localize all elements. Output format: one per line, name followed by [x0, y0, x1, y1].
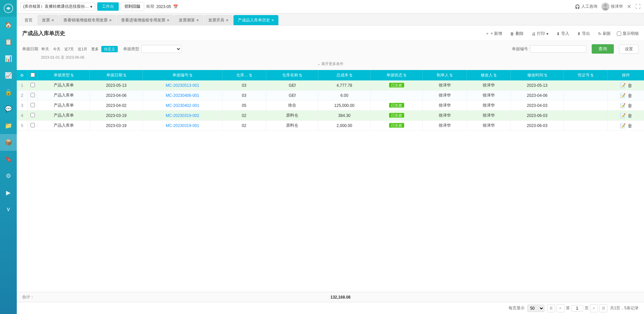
show-detail-toggle[interactable]: 显示明细 [617, 31, 639, 37]
export-button[interactable]: ⬆ 导出 [575, 29, 592, 38]
row-edit-icon-3[interactable]: 📝 [620, 113, 626, 118]
col-docnum-header[interactable]: 单据编号⇅ [143, 70, 222, 80]
sidebar-item-home[interactable]: 🏠 [0, 17, 17, 34]
row-docnum-2[interactable]: MC-20230402-001 [143, 101, 222, 111]
row-delete-icon-3[interactable]: 🗑 [628, 113, 632, 118]
next-page-btn[interactable]: ＞ [590, 304, 598, 312]
yesterday-btn[interactable]: 昨天 [40, 46, 50, 52]
row-checkbox-1[interactable] [28, 90, 38, 101]
new-button[interactable]: ＋ + 新增 [483, 29, 504, 38]
company-selector[interactable]: (库存核算）直播轻燃通信息技股份… ▾ [20, 3, 95, 10]
row-checkbox-4[interactable] [28, 121, 38, 131]
sidebar-item-v[interactable]: V [0, 201, 17, 218]
today-btn[interactable]: 今天 [52, 46, 62, 52]
tab-invoice-open[interactable]: 发票开具 ✕ [204, 15, 233, 25]
col-warehouse-name-header[interactable]: 仓库名称⇅ [266, 70, 318, 80]
per-page-select[interactable]: 50 100 [527, 305, 544, 312]
tab-invoice-close[interactable]: ✕ [51, 18, 54, 22]
row-select-1[interactable] [31, 93, 35, 97]
user-service-btn[interactable]: 🎧 人工咨询 [575, 4, 597, 9]
col-total-cost-header[interactable]: 总成本⇅ [318, 70, 371, 80]
set-button[interactable]: 设置 [619, 45, 639, 54]
row-docnum-1[interactable]: MC-20230406-001 [143, 90, 222, 101]
last7-btn[interactable]: 近7天 [63, 46, 75, 52]
col-warehouse-code-header[interactable]: 仓库…⇅ [222, 70, 266, 80]
row-voucher-3 [564, 111, 608, 121]
window-minimize-icon[interactable]: ✕ [627, 3, 631, 10]
tab-purchase-vat-close[interactable]: ✕ [167, 18, 169, 22]
col-settings-header[interactable]: ⚙ [17, 70, 28, 80]
calendar-icon[interactable]: 📅 [173, 4, 178, 9]
new-icon: ＋ [485, 31, 489, 37]
workbench-button[interactable]: 工作台 [97, 2, 119, 11]
row-docnum-0[interactable]: MC-20230513-001 [143, 80, 222, 90]
row-edit-icon-1[interactable]: 📝 [620, 93, 626, 98]
sidebar-item-security[interactable]: 🔒 [0, 84, 17, 101]
user-service-label: 人工咨询 [581, 4, 597, 9]
last-month-btn[interactable]: 近1月 [76, 46, 89, 52]
more-btn[interactable]: 更多 [90, 46, 100, 52]
col-modify-time-header[interactable]: 修改时间⇅ [511, 70, 564, 80]
row-delete-icon-1[interactable]: 🗑 [628, 93, 632, 98]
tab-sales-vat-close[interactable]: ✕ [109, 18, 112, 22]
window-maximize-icon[interactable]: ⛶ [635, 4, 641, 10]
row-edit-icon-4[interactable]: 📝 [620, 123, 626, 128]
query-button[interactable]: 查询 [592, 44, 614, 54]
row-docnum-3[interactable]: MC-20230319-002 [143, 111, 222, 121]
custom-date-btn[interactable]: 自定义 [101, 46, 118, 52]
tab-purchase-vat[interactable]: 查看进项增值税专用发票 ✕ [117, 15, 174, 25]
sidebar-item-play[interactable]: ▶ [0, 184, 17, 201]
tab-invoice-calc-close[interactable]: ✕ [196, 18, 199, 22]
row-select-0[interactable] [31, 83, 35, 87]
show-detail-checkbox[interactable] [617, 32, 621, 36]
user-profile[interactable]: 徐泽华 [601, 3, 623, 11]
tab-home[interactable]: 首页 [20, 15, 37, 25]
refresh-button[interactable]: ↻ 刷新 [596, 29, 613, 38]
row-delete-icon-4[interactable]: 🗑 [628, 123, 632, 128]
select-all-checkbox[interactable] [31, 73, 35, 77]
row-edit-icon-2[interactable]: 📝 [620, 103, 626, 108]
type-filter-select[interactable] [141, 45, 181, 53]
tab-invoice-open-close[interactable]: ✕ [226, 18, 228, 22]
page-number-input[interactable]: 1 [571, 305, 583, 312]
col-type-header[interactable]: 单据类型⇅ [38, 70, 90, 80]
row-docnum-4[interactable]: MC-20230319-001 [143, 121, 222, 131]
col-status-header[interactable]: 单据状态⇅ [370, 70, 422, 80]
tab-product-inbound[interactable]: 产成品入库单历史 ✕ [233, 15, 278, 25]
row-edit-icon-0[interactable]: 📝 [620, 83, 626, 88]
expand-conditions-btn[interactable]: ⌄ 展开更多条件 [317, 61, 343, 66]
row-select-3[interactable] [31, 113, 35, 117]
print-button[interactable]: 🖨 打印 ▾ [530, 29, 550, 38]
sidebar-item-files[interactable]: 📁 [0, 117, 17, 134]
row-checkbox-0[interactable] [28, 80, 38, 90]
row-delete-icon-2[interactable]: 🗑 [628, 103, 632, 108]
col-date-header[interactable]: 单据日期⇅ [90, 70, 143, 80]
col-voucher-header[interactable]: 凭证号⇅ [564, 70, 608, 80]
tab-sales-vat[interactable]: 查看销项增值税专用发票 ✕ [59, 15, 116, 25]
tab-invoice-calc[interactable]: 发票测算 ✕ [174, 15, 203, 25]
row-select-2[interactable] [31, 103, 35, 107]
import-button[interactable]: ⬇ 导入 [554, 29, 571, 38]
tab-invoice[interactable]: 发票 ✕ [38, 15, 58, 25]
delete-button[interactable]: 🗑 删除 [508, 29, 526, 38]
sidebar-item-settings[interactable]: ⚙ [0, 168, 17, 184]
sidebar-item-docs[interactable]: 📋 [0, 34, 17, 50]
row-select-4[interactable] [31, 123, 35, 127]
sidebar-item-inventory[interactable]: 📦 [0, 134, 17, 151]
first-page-btn[interactable]: ⟨⟨ [547, 304, 555, 312]
tab-product-inbound-close[interactable]: ✕ [271, 18, 274, 22]
col-checkbox-header[interactable] [28, 70, 38, 80]
sidebar-item-messages[interactable]: 💬 [0, 101, 17, 117]
row-checkbox-2[interactable] [28, 101, 38, 111]
prev-page-btn[interactable]: ＜ [556, 304, 565, 312]
col-modifier-header[interactable]: 修改人⇅ [467, 70, 511, 80]
last-page-btn[interactable]: ⟩⟩ [599, 304, 607, 312]
switch-version-button[interactable]: 切到旧版 [121, 2, 144, 11]
row-checkbox-3[interactable] [28, 111, 38, 121]
sidebar-item-reports[interactable]: 📊 [0, 50, 17, 67]
row-delete-icon-0[interactable]: 🗑 [628, 83, 632, 88]
sidebar-item-stamp[interactable]: 🔖 [0, 151, 17, 168]
sidebar-item-analytics[interactable]: 📈 [0, 67, 17, 84]
doc-num-filter-input[interactable] [530, 45, 586, 53]
col-creator-header[interactable]: 制单人⇅ [423, 70, 467, 80]
